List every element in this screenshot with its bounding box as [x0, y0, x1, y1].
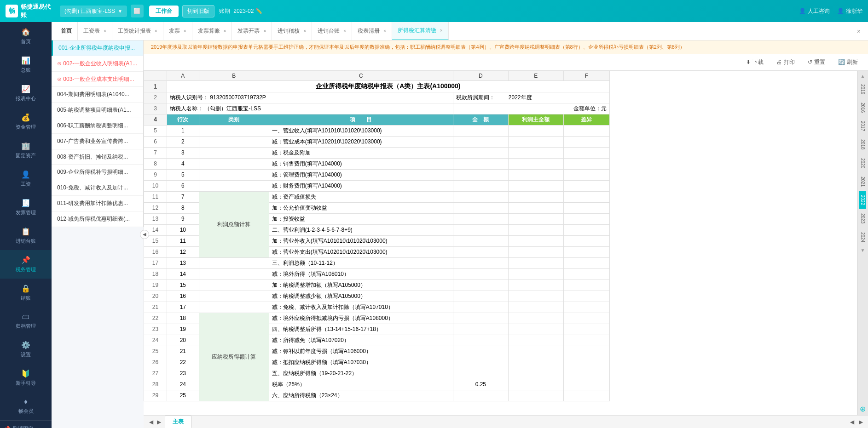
table-row: 19 15 加：纳税调整增加额（填写A105000） — [144, 280, 610, 291]
sidebar-item-report[interactable]: 📈 报表中心 — [0, 79, 52, 108]
tab-tax-clear-close[interactable]: × — [383, 29, 386, 34]
amount-cell — [453, 224, 508, 235]
diff-cell — [563, 202, 609, 213]
tab-sales-ledger-close[interactable]: × — [343, 29, 346, 34]
tab-sales-ledger[interactable]: 进销台账 × — [312, 22, 352, 40]
print-button[interactable]: 🖨 打印 — [774, 57, 798, 68]
year-item-2017[interactable]: 2017 — [859, 117, 866, 135]
profit-cell — [508, 213, 563, 224]
left-panel-item-007[interactable]: 007-广告费和业务宣传费跨... — [52, 134, 143, 149]
year-down-arrow[interactable]: ▼ — [860, 247, 866, 254]
tab-income-tax-close[interactable]: × — [440, 28, 443, 33]
left-panel-item-006[interactable]: 006-职工薪酬纳税调整明细... — [52, 118, 143, 134]
profit-cell — [508, 136, 563, 147]
year-item-2018[interactable]: 2018 — [859, 136, 866, 153]
tab-invoice[interactable]: 发票 × — [163, 22, 192, 40]
tab-tax-clear[interactable]: 税表清册 × — [352, 22, 392, 40]
sidebar-item-archive[interactable]: 🗃 归档管理 — [0, 307, 52, 335]
year-sidebar-expand-icon[interactable]: ⊕ — [860, 405, 866, 413]
tab-payroll-stat-close[interactable]: × — [155, 29, 157, 34]
ai-consult-button[interactable]: 👤 人工咨询 — [799, 7, 830, 15]
sidebar-item-member[interactable]: ♦ 畅会员 — [0, 392, 52, 420]
tab-sales-check-close[interactable]: × — [303, 29, 306, 34]
copy-icon-button[interactable]: ⬜ — [131, 5, 144, 17]
sidebar-item-tax[interactable]: 📌 税务管理 — [0, 250, 52, 279]
switch-version-button[interactable]: 切到旧版 — [182, 5, 214, 17]
left-panel-item-008[interactable]: 008-资产折旧、摊销及纳税... — [52, 149, 143, 165]
tab-home[interactable]: 首页 — [55, 22, 78, 40]
sheet-nav-right-icon[interactable]: ▶ — [155, 419, 163, 425]
year-item-2024[interactable]: 2024 — [859, 228, 866, 246]
sidebar-item-invoice[interactable]: 🧾 发票管理 — [0, 193, 52, 222]
left-panel-item-004[interactable]: 004-期间费用明细表(A1040... — [52, 87, 143, 103]
tab-invoice-calc[interactable]: 发票算账 × — [192, 22, 232, 40]
tab-sales-check[interactable]: 进销稽核 × — [272, 22, 312, 40]
tab-invoice-close[interactable]: × — [184, 29, 186, 34]
year-item-2016[interactable]: 2016 — [859, 99, 866, 116]
sidebar-item-asset[interactable]: 🏢 固定资产 — [0, 136, 52, 165]
sidebar-item-ledger[interactable]: 📊 总账 — [0, 51, 52, 79]
left-panel-item-012[interactable]: 012-减免所得税优惠明细表(... — [52, 211, 143, 227]
year-item-2020[interactable]: 2020 — [859, 154, 866, 172]
sheet-nav-left-icon[interactable]: ◀ — [147, 419, 155, 425]
tab-invoice-open-close[interactable]: × — [263, 29, 266, 34]
user-profile[interactable]: 👤 徐浙华 — [837, 7, 862, 15]
sidebar-item-guide[interactable]: 🔰 新手引导 — [0, 364, 52, 392]
sheet-scroll-left-icon[interactable]: ◀ — [849, 419, 856, 425]
company-selector[interactable]: (勾删) 江西服宝-LSS ▼ — [60, 6, 127, 17]
year-item-2019[interactable]: 2019 — [859, 80, 866, 98]
collapse-panel-button[interactable]: ◀ — [140, 230, 149, 239]
archive-icon: 🗃 — [22, 313, 29, 321]
workbench-button[interactable]: 工作台 — [149, 6, 179, 17]
sidebar-item-payroll[interactable]: 👤 工资 — [0, 165, 52, 193]
app-container: 畅 畅捷通易代账 (勾删) 江西服宝-LSS ▼ ⬜ 工作台 切到旧版 账期 2… — [0, 0, 868, 428]
spreadsheet-container[interactable]: A B C D E F — [144, 71, 857, 416]
left-panel-item-003[interactable]: ⊙ 003-一般企业成本支出明细... — [52, 72, 143, 87]
table-row: 21 17 减：免税、减计收入及加计扣除（填写A107010） — [144, 302, 610, 313]
unpin-button[interactable]: 📌 取消固定 — [0, 421, 52, 428]
left-panel-item-009[interactable]: 009-企业所得税补亏损明细... — [52, 165, 143, 180]
year-item-2021[interactable]: 2021 — [859, 173, 866, 190]
left-panel-item-002[interactable]: ⊙ 002-一般企业收入明细表(A1... — [52, 56, 143, 72]
diff-cell — [563, 313, 609, 324]
period-edit-icon[interactable]: ✏️ — [255, 8, 262, 14]
tab-right-close-icon[interactable]: × — [853, 28, 864, 35]
profit-cell — [508, 191, 563, 202]
sidebar-item-fund[interactable]: 💰 资金管理 — [0, 108, 52, 136]
left-panel-item-001[interactable]: 001-企业所得税年度纳税申报... — [52, 40, 143, 56]
row-num: 5 — [144, 125, 167, 136]
year-up-arrow[interactable]: ▲ — [860, 73, 866, 80]
diff-cell — [563, 368, 609, 379]
header-right: 👤 人工咨询 👤 徐浙华 — [799, 7, 862, 15]
sidebar-label-member: 畅会员 — [18, 408, 34, 415]
reset-button[interactable]: ↺ 重置 — [805, 57, 828, 68]
sheet-scroll-right-icon[interactable]: ▶ — [857, 419, 864, 425]
tab-payroll[interactable]: 工资表 × — [78, 22, 112, 40]
tab-payroll-close[interactable]: × — [104, 29, 106, 34]
toolbar: ⬇ 下载 🖨 打印 ↺ 重置 🔄 刷新 — [144, 54, 868, 71]
invoice-icon: 🧾 — [21, 199, 30, 207]
year-item-2022[interactable]: 2022 — [859, 191, 866, 209]
amount-cell — [453, 136, 508, 147]
sidebar-item-settings[interactable]: ⚙️ 设置 — [0, 335, 52, 364]
tab-invoice-calc-close[interactable]: × — [224, 29, 226, 34]
line-num: 8 — [167, 202, 199, 213]
download-button[interactable]: ⬇ 下载 — [743, 57, 766, 68]
item-cell: 减：财务费用(填写A104000) — [269, 180, 453, 191]
sidebar-item-close[interactable]: 🔒 结账 — [0, 279, 52, 307]
table-row: 18 14 减：境外所得（填写A108010） — [144, 268, 610, 280]
tab-payroll-stat[interactable]: 工资统计报表 × — [112, 22, 163, 40]
year-item-2023[interactable]: 2023 — [859, 210, 866, 227]
tab-invoice-open[interactable]: 发票开票 × — [232, 22, 272, 40]
table-row: 6 2 减：营业成本(填写A102010\102020\103000) — [144, 136, 610, 147]
sidebar-item-sales[interactable]: 📋 进销台账 — [0, 222, 52, 250]
left-panel-item-005[interactable]: 005-纳税调整项目明细表(A1... — [52, 103, 143, 118]
left-panel-item-010[interactable]: 010-免税、减计收入及加计... — [52, 180, 143, 196]
left-panel-item-011[interactable]: 011-研发费用加计扣除优惠... — [52, 196, 143, 211]
row-num: 18 — [144, 268, 167, 280]
amount-cell — [453, 357, 508, 368]
sheet-tab-main[interactable]: 主表 — [165, 416, 191, 428]
tab-income-tax[interactable]: 所得税汇算清缴 × — [392, 22, 449, 40]
sidebar-item-home[interactable]: 🏠 首页 — [0, 22, 52, 51]
refresh-button[interactable]: 🔄 刷新 — [835, 57, 861, 68]
